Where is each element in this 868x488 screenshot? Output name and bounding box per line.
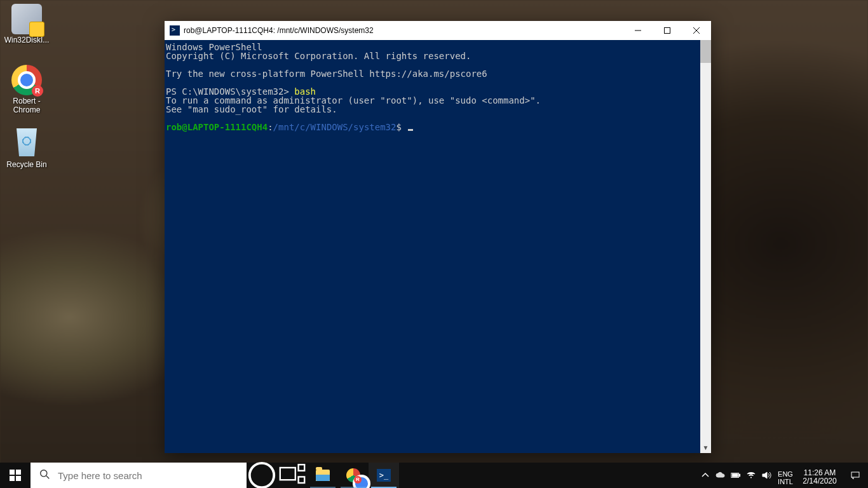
- svg-rect-4: [10, 470, 15, 475]
- search-icon: [39, 469, 50, 482]
- cortana-button[interactable]: [247, 463, 277, 488]
- desktop-icon-label: Recycle Bin: [3, 160, 51, 169]
- svg-rect-18: [851, 472, 859, 477]
- scrollbar-thumb[interactable]: [700, 40, 711, 63]
- disk-icon: [11, 4, 42, 34]
- search-input[interactable]: [58, 470, 247, 481]
- taskbar-running-apps: R >_: [308, 463, 399, 488]
- tray-battery-icon[interactable]: [728, 463, 743, 488]
- taskbar-app-file-explorer[interactable]: [308, 463, 338, 488]
- action-center-button[interactable]: [843, 463, 868, 488]
- svg-rect-13: [299, 477, 305, 483]
- terminal-cursor: [408, 129, 413, 131]
- start-button[interactable]: [0, 463, 31, 488]
- chevron-up-icon: [700, 470, 710, 480]
- chrome-icon: R: [346, 468, 360, 482]
- scrollbar-down-arrow-icon[interactable]: ▼: [700, 442, 711, 453]
- svg-rect-11: [280, 468, 295, 480]
- task-view-icon: [277, 460, 308, 488]
- tray-overflow-button[interactable]: [698, 463, 713, 488]
- wifi-icon: [746, 470, 756, 480]
- scrollbar-vertical[interactable]: ▼: [700, 40, 711, 453]
- taskbar: R >_ ENG INTL 11:26 AM 2/14: [0, 463, 868, 488]
- svg-rect-1: [665, 28, 670, 34]
- desktop-icon-label: Win32DiskI...: [3, 36, 51, 44]
- cortana-circle-icon: [247, 460, 277, 488]
- powershell-window[interactable]: rob@LAPTOP-1111CQH4: /mnt/c/WINDOWS/syst…: [165, 21, 711, 453]
- svg-point-17: [750, 477, 752, 478]
- tray-clock[interactable]: 11:26 AM 2/14/2020: [797, 465, 843, 485]
- svg-point-10: [250, 463, 274, 487]
- taskbar-search[interactable]: [31, 463, 247, 488]
- svg-rect-15: [739, 474, 740, 477]
- cloud-icon: [715, 470, 726, 480]
- desktop-icon-win32diskimager[interactable]: Win32DiskI...: [3, 4, 51, 44]
- svg-rect-6: [10, 476, 15, 481]
- battery-icon: [731, 470, 741, 480]
- svg-rect-12: [299, 464, 305, 471]
- notification-icon: [850, 470, 860, 480]
- powershell-icon: >_: [377, 469, 391, 482]
- recycle-bin-icon: [11, 128, 42, 159]
- task-view-button[interactable]: [277, 463, 308, 488]
- svg-rect-5: [16, 470, 21, 475]
- tray-volume-icon[interactable]: [759, 463, 774, 488]
- desktop-icon-recycle-bin[interactable]: Recycle Bin: [3, 127, 51, 169]
- tray-language[interactable]: ENG INTL: [774, 466, 797, 485]
- minimize-button[interactable]: [623, 21, 653, 40]
- windows-logo-icon: [10, 470, 21, 481]
- window-title: rob@LAPTOP-1111CQH4: /mnt/c/WINDOWS/syst…: [184, 26, 374, 35]
- file-explorer-icon: [316, 470, 330, 481]
- chrome-icon: R: [11, 65, 42, 95]
- taskbar-app-powershell[interactable]: >_: [369, 463, 399, 488]
- svg-rect-16: [732, 474, 738, 477]
- speaker-icon: [761, 470, 771, 480]
- svg-point-8: [41, 470, 47, 477]
- maximize-button[interactable]: [653, 21, 682, 40]
- desktop-icon-label: Robert - Chrome: [3, 97, 51, 114]
- tray-onedrive-icon[interactable]: [713, 463, 728, 488]
- desktop-icon-robert-chrome[interactable]: R Robert - Chrome: [3, 65, 51, 114]
- terminal-output[interactable]: Windows PowerShell Copyright (C) Microso…: [165, 40, 700, 453]
- system-tray: ENG INTL 11:26 AM 2/14/2020: [698, 463, 868, 488]
- window-titlebar[interactable]: rob@LAPTOP-1111CQH4: /mnt/c/WINDOWS/syst…: [165, 21, 711, 40]
- svg-rect-7: [16, 476, 21, 481]
- powershell-icon: [170, 25, 180, 36]
- close-button[interactable]: [682, 21, 711, 40]
- tray-wifi-icon[interactable]: [743, 463, 759, 488]
- svg-line-9: [46, 476, 49, 478]
- taskbar-app-chrome[interactable]: R: [338, 463, 369, 488]
